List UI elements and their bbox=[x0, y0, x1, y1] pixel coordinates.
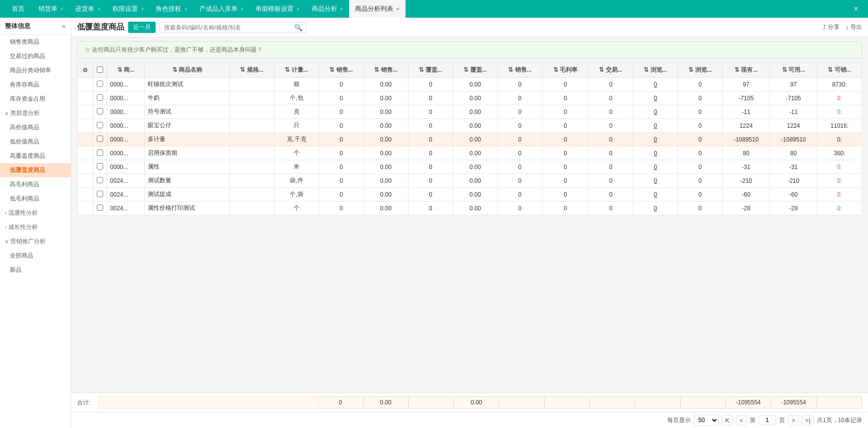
tab-home[interactable]: 首页 bbox=[4, 0, 32, 18]
row-view1[interactable]: 0 bbox=[633, 160, 678, 174]
tab-purchase-order[interactable]: 进货单 × bbox=[69, 0, 106, 18]
select-all-checkbox[interactable] bbox=[97, 66, 103, 73]
row-view1[interactable]: 0 bbox=[633, 201, 678, 215]
col-trade[interactable]: ⇅ 交易... bbox=[589, 63, 633, 78]
first-page-button[interactable]: K bbox=[722, 415, 733, 426]
sidebar-item-new-goods[interactable]: 新品 bbox=[0, 263, 71, 277]
row-view1[interactable]: 0 bbox=[633, 146, 678, 160]
col-sales-rate[interactable]: ⇅ 销售... bbox=[497, 63, 542, 78]
search-icon[interactable]: 🔍 bbox=[294, 24, 302, 31]
row-cover2: 0.00 bbox=[453, 133, 497, 146]
col-sales-amt[interactable]: ⇅ 销售... bbox=[364, 63, 408, 78]
row-view1[interactable]: 0 bbox=[633, 119, 678, 133]
row-checkbox-cell[interactable] bbox=[93, 201, 107, 215]
sidebar-item-sales-goods[interactable]: 销售类商品 bbox=[0, 35, 71, 49]
page-size-select[interactable]: 50 100 200 bbox=[694, 415, 719, 426]
close-icon[interactable]: × bbox=[396, 6, 399, 12]
sidebar-item-low-profit[interactable]: 低毛利商品 bbox=[0, 192, 71, 206]
tab-goods-analysis[interactable]: 商品分析 × bbox=[306, 0, 349, 18]
tab-permission[interactable]: 权限设置 × bbox=[107, 0, 150, 18]
row-checkbox[interactable] bbox=[97, 81, 103, 87]
sidebar-item-category-rate[interactable]: 商品分类动销率 bbox=[0, 63, 71, 78]
search-input[interactable] bbox=[164, 24, 294, 31]
sidebar-item-traded-goods[interactable]: 交易过的商品 bbox=[0, 49, 71, 63]
row-gross: 0 bbox=[542, 91, 588, 105]
tab-goods-analysis-list[interactable]: 商品分析列表 × bbox=[349, 0, 405, 18]
share-button[interactable]: ⤴ 分享 bbox=[823, 23, 840, 31]
col-view2[interactable]: ⇅ 浏览... bbox=[678, 63, 723, 78]
sidebar-item-low-coverage[interactable]: 低覆盖度商品 bbox=[0, 163, 71, 177]
tab-product-warehouse[interactable]: 产成品入库单 × bbox=[193, 0, 249, 18]
row-checkbox-cell[interactable] bbox=[93, 160, 107, 174]
row-checkbox-cell[interactable] bbox=[93, 146, 107, 160]
row-checkbox-cell[interactable] bbox=[93, 78, 107, 91]
sidebar-collapse-icon[interactable]: « bbox=[62, 22, 66, 30]
sidebar-group-liquidity[interactable]: › 流通性分析 bbox=[0, 206, 71, 220]
close-icon[interactable]: × bbox=[97, 6, 100, 12]
window-close-button[interactable]: × bbox=[848, 4, 864, 13]
prev-page-button[interactable]: < bbox=[736, 415, 747, 426]
col-cover2[interactable]: ⇅ 覆盖... bbox=[453, 63, 497, 78]
col-available[interactable]: ⇅ 可用... bbox=[770, 63, 817, 78]
col-code[interactable]: ⇅ 商... bbox=[107, 63, 145, 78]
tab-role-auth[interactable]: 角色授权 × bbox=[150, 0, 193, 18]
row-checkbox[interactable] bbox=[97, 122, 103, 128]
close-icon[interactable]: × bbox=[141, 6, 144, 12]
close-icon[interactable]: × bbox=[184, 6, 187, 12]
row-view1[interactable]: 0 bbox=[633, 105, 678, 119]
export-button[interactable]: ↕ 导出 bbox=[845, 23, 862, 31]
sidebar-item-high-profit[interactable]: 高毛利商品 bbox=[0, 177, 71, 192]
row-checkbox[interactable] bbox=[97, 204, 103, 211]
row-view1[interactable]: 0 bbox=[633, 91, 678, 105]
sidebar-item-stocked-goods[interactable]: 有库存商品 bbox=[0, 78, 71, 92]
row-checkbox[interactable] bbox=[97, 163, 103, 170]
col-gross[interactable]: ⇅ 毛利率 bbox=[542, 63, 588, 78]
total-stock: -1095554 bbox=[726, 397, 771, 408]
row-checkbox[interactable] bbox=[97, 177, 103, 183]
col-saleable[interactable]: ⇅ 可销... bbox=[817, 63, 862, 78]
row-checkbox[interactable] bbox=[97, 149, 103, 156]
sidebar-group-growth[interactable]: › 成长性分析 bbox=[0, 220, 71, 234]
sidebar-item-stock-funds[interactable]: 库存资金占用 bbox=[0, 92, 71, 106]
sidebar-item-all-goods[interactable]: 全部商品 bbox=[0, 249, 71, 263]
tab-template-settings[interactable]: 单据模板设置 × bbox=[249, 0, 305, 18]
sidebar-item-high-value[interactable]: 高价值商品 bbox=[0, 120, 71, 135]
row-saleable: 0: bbox=[817, 188, 862, 201]
row-view1[interactable]: 0 bbox=[633, 188, 678, 201]
close-icon[interactable]: × bbox=[241, 6, 244, 12]
row-checkbox-cell[interactable] bbox=[93, 133, 107, 146]
close-icon[interactable]: × bbox=[60, 6, 63, 12]
tab-sales-order[interactable]: 销货单 × bbox=[32, 0, 69, 18]
col-name[interactable]: ⇅ 商品名称 bbox=[145, 63, 230, 78]
row-checkbox-cell[interactable] bbox=[93, 91, 107, 105]
col-cover1[interactable]: ⇅ 覆盖... bbox=[408, 63, 453, 78]
col-unit[interactable]: ⇅ 计量... bbox=[274, 63, 319, 78]
period-button[interactable]: 近一月 bbox=[128, 22, 156, 33]
row-checkbox[interactable] bbox=[97, 191, 103, 197]
sidebar-group-class-analysis[interactable]: ∨ 类群度分析 bbox=[0, 106, 71, 120]
row-checkbox-cell[interactable] bbox=[93, 174, 107, 188]
row-checkbox-cell[interactable] bbox=[93, 188, 107, 201]
page-number-input[interactable] bbox=[759, 415, 776, 425]
sidebar-item-low-value[interactable]: 低价值商品 bbox=[0, 135, 71, 149]
sidebar-item-high-coverage[interactable]: 高覆盖度商品 bbox=[0, 149, 71, 163]
col-view1[interactable]: ⇅ 浏览... bbox=[633, 63, 678, 78]
col-settings[interactable]: ⚙ bbox=[78, 63, 93, 78]
col-stock[interactable]: ⇅ 现有... bbox=[723, 63, 770, 78]
col-checkbox[interactable] bbox=[93, 63, 107, 78]
col-spec[interactable]: ⇅ 规格... bbox=[230, 63, 274, 78]
row-checkbox[interactable] bbox=[97, 108, 103, 114]
row-checkbox-cell[interactable] bbox=[93, 105, 107, 119]
row-checkbox[interactable] bbox=[97, 136, 103, 142]
last-page-button[interactable]: >| bbox=[802, 415, 814, 426]
sidebar-group-marketing[interactable]: ∨ 营销推广分析 bbox=[0, 234, 71, 249]
row-checkbox[interactable] bbox=[97, 94, 103, 101]
row-view1[interactable]: 0 bbox=[633, 133, 678, 146]
next-page-button[interactable]: > bbox=[788, 415, 799, 426]
close-icon[interactable]: × bbox=[297, 6, 299, 12]
row-view1[interactable]: 0 bbox=[633, 174, 678, 188]
col-sales-qty[interactable]: ⇅ 销售... bbox=[319, 63, 364, 78]
row-view1[interactable]: 0 bbox=[633, 78, 678, 91]
row-checkbox-cell[interactable] bbox=[93, 119, 107, 133]
close-icon[interactable]: × bbox=[340, 6, 343, 12]
